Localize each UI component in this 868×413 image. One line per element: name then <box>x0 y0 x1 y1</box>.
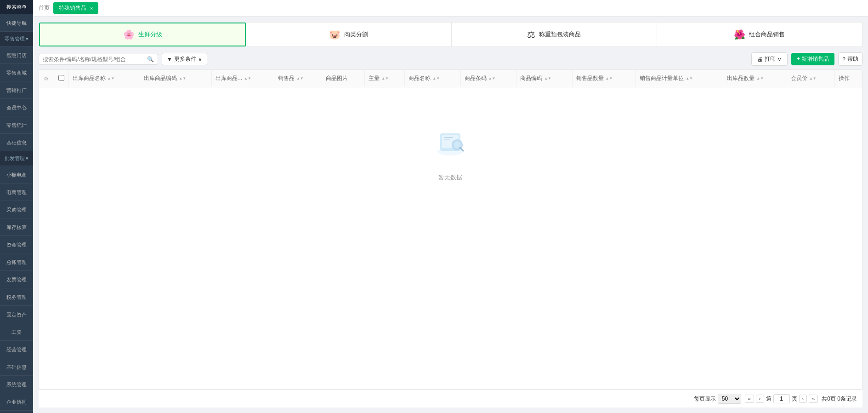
th-sale-item[interactable]: 销售品 ▲▼ <box>274 70 322 87</box>
combo-sale-icon: 🌺 <box>734 29 745 40</box>
topbar: 首页 特殊销售品 × <box>33 0 868 17</box>
sidebar-item-sys-mgmt[interactable]: 系统管理 <box>0 376 33 393</box>
sidebar-logo[interactable]: 搜索菜单 <box>0 0 33 14</box>
th-member-price-label: 会员价 <box>791 75 807 82</box>
page-number-input[interactable] <box>773 394 790 403</box>
sort-arrows-sale-unit[interactable]: ▲▼ <box>686 76 693 80</box>
sidebar-item-retail-mall[interactable]: 零售商城 <box>0 64 33 81</box>
th-sale-qty[interactable]: 销售品数量 ▲▼ <box>572 70 636 87</box>
sidebar-item-retail-stats[interactable]: 零售统计 <box>0 116 33 134</box>
page-next-button[interactable]: › <box>799 395 807 403</box>
topbar-tab-close[interactable]: × <box>90 6 93 11</box>
content-area: 🌸 生鲜分级 🐷 肉类分割 ⚖ 称重预包装商品 🌺 组合商品销售 🔍 <box>33 17 868 413</box>
pagination: 每页显示 50 10 20 100 « ‹ 第 页 › » 共0页 <box>39 390 862 407</box>
print-button[interactable]: 🖨 打印 ∨ <box>751 52 788 66</box>
topbar-active-tab[interactable]: 特殊销售品 × <box>53 2 98 14</box>
sidebar-item-general-ledger[interactable]: 总账管理 <box>0 253 33 271</box>
table-body: 暂无数据 <box>39 87 862 219</box>
per-page-select[interactable]: 50 10 20 100 <box>718 394 741 404</box>
th-weight[interactable]: 主量 ▲▼ <box>365 70 405 87</box>
sidebar-item-retail-mgmt[interactable]: 零售管理 ▾ <box>0 32 33 46</box>
sort-arrows-sale-item[interactable]: ▲▼ <box>296 76 304 80</box>
sidebar-item-inventory[interactable]: 库存核算 <box>0 218 33 236</box>
topbar-tab-label: 特殊销售品 <box>59 4 86 12</box>
sidebar-item-wages[interactable]: 工资 <box>0 323 33 341</box>
help-label: 帮助 <box>847 55 858 63</box>
sidebar-item-newbie-guide[interactable]: 新手引导 <box>0 411 33 413</box>
sidebar-item-corp-agreement[interactable]: 企业协同 <box>0 393 33 411</box>
main-area: 首页 特殊销售品 × 🌸 生鲜分级 🐷 肉类分割 ⚖ 称重预包装商品 🌺 组合商… <box>33 0 868 413</box>
topbar-home[interactable]: 首页 <box>39 4 50 12</box>
th-action-label: 操作 <box>839 75 850 81</box>
select-all-checkbox[interactable] <box>58 75 64 81</box>
category-tab-scale-prepack[interactable]: ⚖ 称重预包装商品 <box>452 23 657 46</box>
th-product-code[interactable]: 商品编码 ▲▼ <box>516 70 572 87</box>
sidebar-item-invoice-mgmt[interactable]: 发票管理 <box>0 271 33 288</box>
filter-button[interactable]: ▼ 更多条件 ∨ <box>162 53 207 65</box>
page-prev-button[interactable]: ‹ <box>756 395 764 403</box>
th-action: 操作 <box>835 70 862 87</box>
category-tab-meat-cut[interactable]: 🐷 肉类分割 <box>246 23 451 46</box>
pagination-nav: « ‹ 第 页 › » <box>745 394 818 403</box>
sort-arrows-outlet-more[interactable]: ▲▼ <box>244 76 251 80</box>
th-member-price[interactable]: 会员价 ▲▼ <box>787 70 834 87</box>
sidebar: 搜索菜单 快捷导航 零售管理 ▾ 智慧门店 零售商城 营销推广 会员中心 零售统… <box>0 0 33 413</box>
print-label: 打印 <box>765 55 776 63</box>
sidebar-item-sales-promo[interactable]: 营销推广 <box>0 81 33 99</box>
sort-arrows-outlet-name[interactable]: ▲▼ <box>108 76 115 80</box>
th-barcode[interactable]: 商品条码 ▲▼ <box>460 70 516 87</box>
th-outlet-name[interactable]: 出库商品名称 ▲▼ <box>68 70 140 87</box>
th-outlet-qty[interactable]: 出库品数量 ▲▼ <box>723 70 787 87</box>
search-box[interactable]: 🔍 <box>39 54 158 65</box>
meat-cut-icon: 🐷 <box>329 29 340 40</box>
sidebar-item-smart-store[interactable]: 智慧门店 <box>0 46 33 64</box>
svg-rect-5 <box>444 137 453 138</box>
sidebar-item-tax-mgmt[interactable]: 税务管理 <box>0 288 33 306</box>
data-table: ⚙ 出库商品名称 ▲▼ 出库 <box>39 70 862 218</box>
sidebar-item-basic-info[interactable]: 基础信息 <box>0 134 33 151</box>
sort-arrows-weight[interactable]: ▲▼ <box>381 76 389 80</box>
sidebar-item-purchase-mgmt[interactable]: 采购管理 <box>0 201 33 218</box>
help-button[interactable]: ? 帮助 <box>838 52 862 66</box>
th-settings[interactable]: ⚙ <box>39 70 54 87</box>
filter-label: 更多条件 <box>174 55 196 63</box>
sidebar-item-quick-nav[interactable]: 快捷导航 <box>0 14 33 32</box>
sidebar-item-mini-ecom[interactable]: 小畅电商 <box>0 166 33 184</box>
sidebar-item-fixed-assets[interactable]: 固定资产 <box>0 306 33 323</box>
sort-arrows-member-price[interactable]: ▲▼ <box>809 76 817 80</box>
sort-arrows-sale-qty[interactable]: ▲▼ <box>606 76 613 80</box>
page-last-button[interactable]: » <box>809 395 818 403</box>
settings-icon[interactable]: ⚙ <box>44 75 49 82</box>
category-tab-fresh-grade[interactable]: 🌸 生鲜分级 <box>39 23 246 46</box>
sort-arrows-product-name[interactable]: ▲▼ <box>432 76 440 80</box>
sort-arrows-outlet-code[interactable]: ▲▼ <box>179 76 186 80</box>
sidebar-item-finance[interactable]: 资金管理 <box>0 236 33 253</box>
sidebar-item-wholesale-mgmt[interactable]: 批发管理 ▾ <box>0 151 33 166</box>
th-outlet-code[interactable]: 出库商品编码 ▲▼ <box>140 70 212 87</box>
sidebar-item-ecom-mgmt[interactable]: 电商管理 <box>0 184 33 201</box>
sort-arrows-barcode[interactable]: ▲▼ <box>488 76 496 80</box>
sort-arrows-outlet-qty[interactable]: ▲▼ <box>756 76 764 80</box>
search-icon[interactable]: 🔍 <box>147 56 154 63</box>
add-button[interactable]: + 新增销售品 <box>791 53 834 65</box>
sidebar-item-member-center[interactable]: 会员中心 <box>0 99 33 116</box>
th-sale-unit[interactable]: 销售商品计量单位 ▲▼ <box>636 70 723 87</box>
th-outlet-more[interactable]: 出库商品... ▲▼ <box>212 70 274 87</box>
th-checkbox[interactable] <box>54 70 68 87</box>
table-header-row: ⚙ 出库商品名称 ▲▼ 出库 <box>39 70 862 87</box>
sort-arrows-product-code[interactable]: ▲▼ <box>544 76 551 80</box>
page-input-area: 第 页 <box>766 394 797 403</box>
th-product-code-label: 商品编码 <box>520 75 542 82</box>
sidebar-item-ops-mgmt[interactable]: 经营管理 <box>0 341 33 358</box>
table-container[interactable]: ⚙ 出库商品名称 ▲▼ 出库 <box>39 69 862 390</box>
total-info: 共0页 0条记录 <box>822 395 857 403</box>
help-icon: ? <box>842 56 845 63</box>
page-first-button[interactable]: « <box>745 395 754 403</box>
toolbar-left: 🔍 ▼ 更多条件 ∨ <box>39 53 207 65</box>
page-suffix: 页 <box>792 395 797 403</box>
sidebar-item-basic-info2[interactable]: 基础信息 <box>0 358 33 376</box>
filter-chevron-icon: ∨ <box>198 56 202 63</box>
category-tab-combo-sale[interactable]: 🌺 组合商品销售 <box>657 23 862 46</box>
search-input[interactable] <box>43 56 145 63</box>
th-product-name[interactable]: 商品名称 ▲▼ <box>405 70 460 87</box>
